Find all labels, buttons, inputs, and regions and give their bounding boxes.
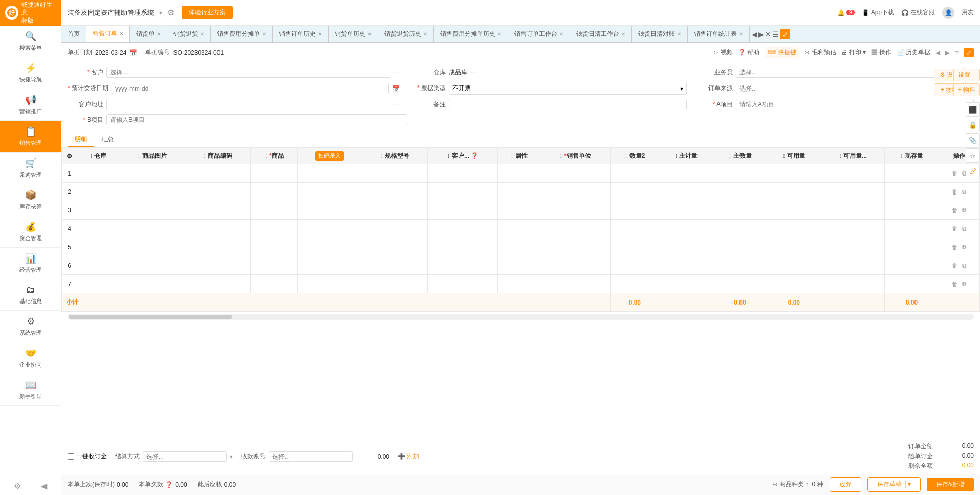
gear-icon[interactable]: ⚙: [167, 8, 175, 17]
tab-close-icon[interactable]: ✕: [157, 31, 161, 37]
sidebar-item-search[interactable]: 🔍 搜索菜单: [0, 26, 61, 57]
cell-spec-1[interactable]: [362, 164, 428, 183]
view-btn[interactable]: ⊙ 视频: [713, 48, 732, 57]
sidebar-item-quick[interactable]: ⚡ 快捷导航: [0, 57, 61, 89]
cell-stock-3[interactable]: [885, 201, 939, 220]
copy-row-icon-3[interactable]: ⧉: [962, 207, 967, 214]
cell-barcode-7[interactable]: [297, 275, 362, 293]
th-qty2[interactable]: ↕ 数量2: [611, 148, 659, 164]
copy-row-icon-4[interactable]: ⧉: [962, 225, 967, 232]
list-view-icon[interactable]: ≡: [955, 49, 959, 56]
cell-main-unit-6[interactable]: [659, 256, 713, 275]
barcode-btn[interactable]: 扫码录入: [315, 151, 344, 161]
cell-customer-code-2[interactable]: [428, 183, 498, 201]
tab-cash-reconcile[interactable]: 钱货日清对账 ✕: [632, 26, 688, 43]
cell-main-qty-4[interactable]: [713, 220, 767, 238]
goods-count-icon[interactable]: ⊙: [773, 481, 778, 488]
bank-account-input[interactable]: [269, 451, 353, 462]
delete-row-icon-4[interactable]: 🗑: [952, 225, 958, 232]
cell-qty2-6[interactable]: [611, 256, 659, 275]
save-new-btn[interactable]: 保存&新增: [927, 478, 974, 491]
one-click-checkbox[interactable]: [68, 453, 74, 460]
cell-available-7[interactable]: [767, 275, 821, 293]
th-unit[interactable]: ↕ *销售单位: [540, 148, 611, 164]
cell-customer-code-6[interactable]: [428, 256, 498, 275]
side-action-5[interactable]: 🖊: [966, 164, 980, 178]
cell-product-4[interactable]: [251, 220, 297, 238]
warehouse-more-icon[interactable]: ···: [470, 68, 476, 76]
copy-row-icon-2[interactable]: ⧉: [962, 188, 967, 196]
save-draft-dropdown-icon[interactable]: ▾: [905, 481, 911, 488]
cell-warehouse-3[interactable]: [77, 201, 119, 220]
cell-image-4[interactable]: [119, 220, 185, 238]
tab-sales-return[interactable]: 销货退货 ✕: [167, 26, 211, 43]
cell-stock-6[interactable]: [885, 256, 939, 275]
cell-available2-7[interactable]: [821, 275, 885, 293]
cell-spec-7[interactable]: [362, 275, 428, 293]
cell-code-6[interactable]: [185, 256, 251, 275]
cell-qty2-2[interactable]: [611, 183, 659, 201]
tab-expense-split[interactable]: 销售费用分摊单 ✕: [211, 26, 273, 43]
cell-main-qty-7[interactable]: [713, 275, 767, 293]
cell-attr-1[interactable]: [498, 164, 540, 183]
cell-customer-code-4[interactable]: [428, 220, 498, 238]
cell-available-3[interactable]: [767, 201, 821, 220]
payment-method-input[interactable]: [143, 451, 227, 462]
th-product[interactable]: ↕ *商品: [251, 148, 297, 164]
sidebar-item-basic[interactable]: 🗂 基础信息: [0, 279, 61, 311]
one-click-label[interactable]: 一键收订金: [68, 452, 107, 461]
th-main-unit[interactable]: ↕ 主计量: [659, 148, 713, 164]
cell-image-7[interactable]: [119, 275, 185, 293]
cell-code-2[interactable]: [185, 183, 251, 201]
copy-row-icon-6[interactable]: ⧉: [962, 262, 967, 269]
horizontal-scrollbar[interactable]: [68, 314, 974, 320]
cell-main-unit-1[interactable]: [659, 164, 713, 183]
tab-sales-order[interactable]: 销售订单 ✕: [86, 26, 130, 43]
calendar2-icon[interactable]: 📅: [392, 85, 400, 92]
settings-bottom-icon[interactable]: ⚙: [14, 481, 21, 491]
cell-attr-5[interactable]: [498, 238, 540, 256]
tab-close-icon[interactable]: ✕: [318, 31, 322, 37]
th-available[interactable]: ↕ 可用量: [767, 148, 821, 164]
tab-close-icon[interactable]: ✕: [119, 31, 123, 36]
cell-available-6[interactable]: [767, 256, 821, 275]
cell-qty2-4[interactable]: [611, 220, 659, 238]
notification-btn[interactable]: 🔔 9: [837, 9, 855, 16]
th-image[interactable]: ↕ 商品图片: [119, 148, 185, 164]
th-barcode[interactable]: 扫码录入: [297, 148, 362, 164]
tab-detail[interactable]: 明细: [68, 133, 94, 147]
sidebar-item-finance[interactable]: 💰 资金管理: [0, 216, 61, 248]
invoice-select[interactable]: 不开票 ▾: [449, 82, 687, 95]
cell-warehouse-5[interactable]: [77, 238, 119, 256]
current-q-icon[interactable]: ❓: [165, 481, 173, 488]
cell-main-unit-2[interactable]: [659, 183, 713, 201]
cell-spec-3[interactable]: [362, 201, 428, 220]
tab-summary[interactable]: 汇总: [94, 133, 121, 147]
cell-image-6[interactable]: [119, 256, 185, 275]
cell-product-5[interactable]: [251, 238, 297, 256]
cell-main-unit-7[interactable]: [659, 275, 713, 293]
cell-main-qty-2[interactable]: [713, 183, 767, 201]
sidebar-item-guide[interactable]: 📖 新手引导: [0, 374, 61, 406]
customer-more-icon[interactable]: ···: [394, 68, 400, 76]
cell-available-4[interactable]: [767, 220, 821, 238]
tab-return-history[interactable]: 销货退货历史 ✕: [378, 26, 434, 43]
cell-unit-2[interactable]: [540, 183, 611, 201]
add-material-btn[interactable]: + 物料: [953, 83, 980, 96]
cell-product-6[interactable]: [251, 256, 297, 275]
tab-close-icon[interactable]: ✕: [423, 31, 427, 37]
side-action-3[interactable]: 📎: [966, 133, 980, 147]
th-available2[interactable]: ↕ 可用量...: [821, 148, 885, 164]
tab-cash-workbench[interactable]: 钱货日清工作台 ✕: [570, 26, 632, 43]
sidebar-item-marketing[interactable]: 📢 营销推广: [0, 89, 61, 121]
cell-main-unit-5[interactable]: [659, 238, 713, 256]
cell-spec-5[interactable]: [362, 238, 428, 256]
cell-main-qty-5[interactable]: [713, 238, 767, 256]
cell-attr-7[interactable]: [498, 275, 540, 293]
cell-product-2[interactable]: [251, 183, 297, 201]
cell-unit-5[interactable]: [540, 238, 611, 256]
cell-stock-4[interactable]: [885, 220, 939, 238]
cell-image-1[interactable]: [119, 164, 185, 183]
cell-attr-3[interactable]: [498, 201, 540, 220]
cell-qty2-5[interactable]: [611, 238, 659, 256]
